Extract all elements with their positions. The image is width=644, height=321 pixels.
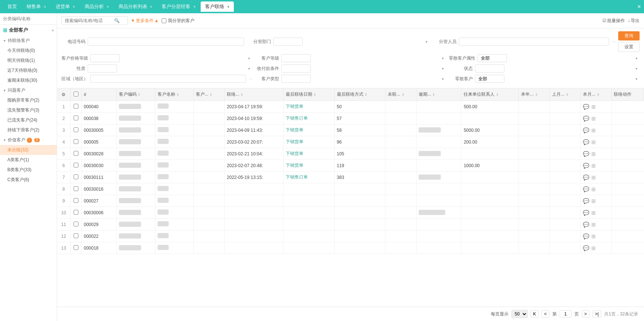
- last-method-link[interactable]: 下销货单: [286, 163, 303, 168]
- tab-product-analysis[interactable]: 商品分析 ×: [80, 1, 113, 12]
- phone-action-icon[interactable]: 💬: [583, 151, 589, 157]
- phone-action-icon[interactable]: 💬: [583, 198, 589, 204]
- last-method-link[interactable]: 下销货单: [286, 139, 303, 144]
- sidebar-item-tomorrow[interactable]: 明天待联络(1): [0, 56, 57, 66]
- row-checkbox[interactable]: [70, 172, 81, 183]
- col-type[interactable]: 客户... ⇕: [194, 88, 225, 101]
- col-name[interactable]: 客户名称 ⇕: [155, 88, 194, 101]
- phone-input[interactable]: [88, 38, 244, 46]
- export-btn[interactable]: ↓ 导出: [628, 18, 640, 24]
- col-contact[interactable]: 联络... ⇕: [225, 88, 284, 101]
- region-input[interactable]: [90, 75, 246, 83]
- sidebar-item-c-type[interactable]: C类客户(6): [0, 175, 57, 185]
- row-checkbox[interactable]: [70, 124, 81, 136]
- gender-select[interactable]: [88, 64, 117, 73]
- select-all-checkbox[interactable]: [74, 92, 78, 96]
- grid-action-icon[interactable]: ⊞: [591, 116, 596, 121]
- status-select[interactable]: [475, 64, 504, 73]
- col-unit-contact[interactable]: 往来单位联系人 ⇕: [461, 88, 519, 101]
- grid-action-icon[interactable]: ⊞: [591, 186, 596, 192]
- phone-action-icon[interactable]: 💬: [583, 174, 589, 180]
- col-days-no-contact[interactable]: 未联... ⇕: [386, 88, 416, 101]
- col-current-year[interactable]: 本年... ⇕: [519, 88, 550, 101]
- main-search-icon[interactable]: 🔍: [114, 18, 120, 23]
- row-checkbox[interactable]: [70, 101, 81, 113]
- phone-action-icon[interactable]: 💬: [583, 245, 589, 251]
- grid-action-icon[interactable]: ⊞: [591, 104, 596, 110]
- grid-action-icon[interactable]: ⊞: [591, 198, 596, 204]
- last-method-link[interactable]: 下销货单: [286, 151, 303, 156]
- payment-select[interactable]: [281, 64, 311, 73]
- my-customers-checkbox[interactable]: 我分管的客户: [162, 18, 194, 24]
- row-checkbox[interactable]: [70, 160, 81, 172]
- problem-customers-group[interactable]: ▼ 问题客户: [0, 85, 57, 95]
- col-last-date[interactable]: 最后联络日期 ⇕: [283, 88, 334, 101]
- last-method-link[interactable]: 下销货单: [286, 127, 303, 133]
- tab-purchase-close[interactable]: ×: [73, 5, 75, 9]
- phone-action-icon[interactable]: 💬: [583, 116, 589, 121]
- row-checkbox[interactable]: [70, 183, 81, 195]
- region-dots[interactable]: ···: [249, 77, 252, 81]
- page-number-input[interactable]: [560, 310, 571, 318]
- sidebar-item-hoarding[interactable]: 囤购异常客户(2): [0, 95, 57, 105]
- phone-action-icon[interactable]: 💬: [583, 139, 589, 145]
- grid-action-icon[interactable]: ⊞: [591, 222, 596, 227]
- row-checkbox[interactable]: [70, 219, 81, 230]
- next-page-btn[interactable]: >: [582, 310, 590, 318]
- reset-button[interactable]: 设置: [618, 42, 640, 52]
- tab-home[interactable]: 首页: [3, 1, 21, 12]
- col-current-month[interactable]: 本月... ⇕: [581, 88, 612, 101]
- sidebar-item-declining[interactable]: 持续下滑客户(2): [0, 125, 57, 135]
- row-checkbox[interactable]: [70, 242, 81, 254]
- last-method-link[interactable]: 下销售订单: [286, 174, 308, 180]
- prev-page-btn[interactable]: <: [542, 310, 549, 318]
- value-customers-group[interactable]: ▼ 价值客户 ! R: [0, 135, 57, 145]
- sidebar-item-churn-warning[interactable]: 流失预警客户(3): [0, 105, 57, 115]
- row-checkbox[interactable]: [70, 113, 81, 124]
- phone-action-icon[interactable]: 💬: [583, 222, 589, 227]
- grid-action-icon[interactable]: ⊞: [591, 174, 596, 180]
- customer-type-select[interactable]: [281, 75, 311, 83]
- sidebar-item-ungrouped[interactable]: 未分组(32): [0, 145, 57, 155]
- tab-customer-segment-close[interactable]: ×: [193, 5, 196, 9]
- tab-customer-contact[interactable]: 客户联络 ×: [201, 1, 234, 12]
- phone-action-icon[interactable]: 💬: [583, 210, 589, 216]
- pending-contact-group[interactable]: ▼ 待联络客户: [0, 36, 57, 46]
- row-checkbox[interactable]: [70, 230, 81, 242]
- col-code[interactable]: 客户编码 ⇕: [117, 88, 155, 101]
- tab-sales-close[interactable]: ×: [44, 5, 46, 9]
- price-level-select[interactable]: [90, 54, 120, 62]
- grid-action-icon[interactable]: ⊞: [591, 151, 596, 157]
- last-method-link[interactable]: 下销售订单: [286, 116, 308, 121]
- checkbox-col-header[interactable]: [70, 88, 81, 101]
- all-customers-header[interactable]: ⊞ 全部客户 «: [0, 25, 57, 36]
- last-page-btn[interactable]: >|: [592, 310, 601, 318]
- tab-purchase[interactable]: 进货单 ×: [51, 1, 80, 12]
- phone-action-icon[interactable]: 💬: [583, 233, 589, 239]
- tab-product-analysis-list[interactable]: 商品分析列表 ×: [114, 1, 157, 12]
- row-checkbox[interactable]: [70, 148, 81, 160]
- batch-operations-btn[interactable]: ☑ 批量操作: [602, 18, 625, 24]
- search-button[interactable]: 查询: [618, 31, 640, 40]
- grid-action-icon[interactable]: ⊞: [591, 163, 596, 169]
- dept-select[interactable]: [273, 38, 303, 46]
- grid-action-icon[interactable]: ⊞: [591, 210, 596, 216]
- row-checkbox[interactable]: [70, 195, 81, 207]
- tab-product-analysis-list-close[interactable]: ×: [150, 5, 152, 9]
- row-checkbox[interactable]: [70, 207, 81, 219]
- col-last-month[interactable]: 上月... ⇕: [550, 88, 581, 101]
- tab-product-analysis-close[interactable]: ×: [107, 5, 109, 9]
- sidebar-item-b-type[interactable]: B类客户(33): [0, 165, 57, 175]
- main-search-input[interactable]: [65, 18, 113, 23]
- close-window-button[interactable]: ×: [637, 3, 641, 11]
- grid-action-icon[interactable]: ⊞: [591, 139, 596, 145]
- last-method-link[interactable]: 下销货单: [286, 104, 303, 109]
- phone-action-icon[interactable]: 💬: [583, 163, 589, 169]
- grid-action-icon[interactable]: ⊞: [591, 127, 596, 133]
- page-size-select[interactable]: 50: [511, 310, 528, 318]
- my-customers-check[interactable]: [162, 18, 166, 23]
- phone-action-icon[interactable]: 💬: [583, 186, 589, 192]
- manager-input[interactable]: [459, 38, 609, 46]
- grid-action-icon[interactable]: ⊞: [591, 245, 596, 251]
- col-overdue[interactable]: 逾期... ⇕: [416, 88, 461, 101]
